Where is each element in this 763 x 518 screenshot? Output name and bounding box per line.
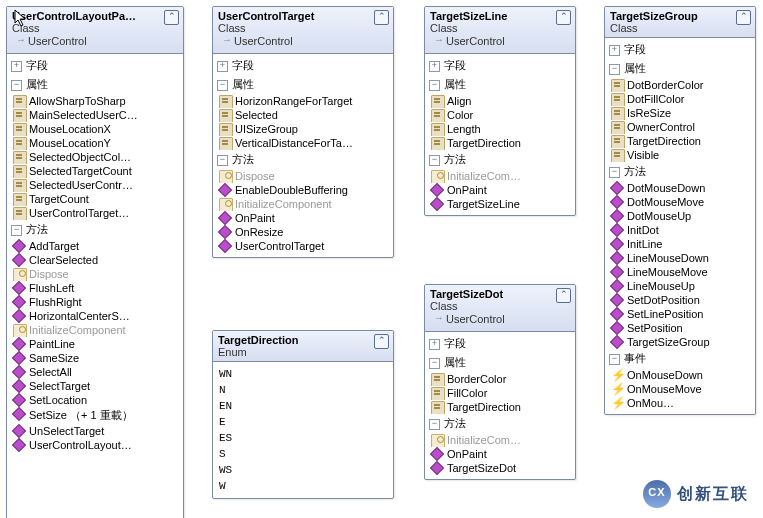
box-header[interactable]: UserControlTarget Class UserControl ⌃ xyxy=(213,7,393,54)
list-item[interactable]: MainSelectedUserC… xyxy=(7,108,183,122)
list-item[interactable]: Color xyxy=(425,108,575,122)
list-item[interactable]: FillColor xyxy=(425,386,575,400)
list-item[interactable]: OnMouseMove xyxy=(605,382,755,396)
list-item[interactable]: EnableDoubleBuffering xyxy=(213,183,393,197)
list-item[interactable]: SelectedTargetCount xyxy=(7,164,183,178)
collapse-icon[interactable]: ⌃ xyxy=(736,10,751,25)
list-item[interactable]: InitLine xyxy=(605,237,755,251)
list-item[interactable]: SetLinePosition xyxy=(605,307,755,321)
list-item[interactable]: BorderColor xyxy=(425,372,575,386)
section-methods[interactable]: −方法 xyxy=(425,414,575,433)
list-item[interactable]: InitializeCom… xyxy=(425,169,575,183)
section-properties[interactable]: −属性 xyxy=(425,75,575,94)
list-item[interactable]: Selected xyxy=(213,108,393,122)
list-item[interactable]: OnPaint xyxy=(425,447,575,461)
collapse-icon[interactable]: ⌃ xyxy=(556,288,571,303)
list-item[interactable]: DotFillColor xyxy=(605,92,755,106)
class-box-layoutpanel[interactable]: UserControlLayoutPa… Class UserControl ⌃… xyxy=(6,6,184,518)
list-item[interactable]: TargetSizeDot xyxy=(425,461,575,475)
list-item[interactable]: UserControlTarget xyxy=(213,239,393,253)
list-item[interactable]: FlushLeft xyxy=(7,281,183,295)
list-item[interactable]: DotMouseUp xyxy=(605,209,755,223)
box-header[interactable]: TargetSizeGroup Class ⌃ xyxy=(605,7,755,38)
list-item[interactable]: OnPaint xyxy=(213,211,393,225)
enum-box-direction[interactable]: TargetDirection Enum ⌃ WN N EN E ES S WS… xyxy=(212,330,394,499)
list-item[interactable]: AllowSharpToSharp xyxy=(7,94,183,108)
list-item[interactable]: VerticalDistanceForTa… xyxy=(213,136,393,150)
list-item[interactable]: InitializeComponent xyxy=(7,323,183,337)
list-item[interactable]: UnSelectTarget xyxy=(7,424,183,438)
list-item[interactable]: TargetSizeGroup xyxy=(605,335,755,349)
list-item[interactable]: TargetDirection xyxy=(605,134,755,148)
list-item[interactable]: HorizonRangeForTarget xyxy=(213,94,393,108)
list-item[interactable]: LineMouseMove xyxy=(605,265,755,279)
list-item[interactable]: LineMouseUp xyxy=(605,279,755,293)
list-item[interactable]: DotMouseDown xyxy=(605,181,755,195)
section-properties[interactable]: −属性 xyxy=(213,75,393,94)
section-properties[interactable]: −属性 xyxy=(425,353,575,372)
list-item[interactable]: SelectAll xyxy=(7,365,183,379)
list-item[interactable]: OnResize xyxy=(213,225,393,239)
list-item[interactable]: ClearSelected xyxy=(7,253,183,267)
list-item[interactable]: MouseLocationY xyxy=(7,136,183,150)
class-box-sizeline[interactable]: TargetSizeLine Class UserControl ⌃ +字段 −… xyxy=(424,6,576,216)
list-item[interactable]: OwnerControl xyxy=(605,120,755,134)
list-item[interactable]: SetDotPosition xyxy=(605,293,755,307)
box-header[interactable]: TargetSizeDot Class UserControl ⌃ xyxy=(425,285,575,332)
list-item[interactable]: UISizeGroup xyxy=(213,122,393,136)
section-methods[interactable]: −方法 xyxy=(7,220,183,239)
class-box-sizedot[interactable]: TargetSizeDot Class UserControl ⌃ +字段 −属… xyxy=(424,284,576,480)
list-item[interactable]: TargetDirection xyxy=(425,136,575,150)
collapse-icon[interactable]: ⌃ xyxy=(164,10,179,25)
list-item[interactable]: TargetDirection xyxy=(425,400,575,414)
list-item[interactable]: Align xyxy=(425,94,575,108)
section-fields[interactable]: +字段 xyxy=(605,40,755,59)
list-item[interactable]: PaintLine xyxy=(7,337,183,351)
list-item[interactable]: LineMouseDown xyxy=(605,251,755,265)
class-box-target[interactable]: UserControlTarget Class UserControl ⌃ +字… xyxy=(212,6,394,258)
list-item[interactable]: TargetSizeLine xyxy=(425,197,575,211)
list-item[interactable]: Length xyxy=(425,122,575,136)
section-events[interactable]: −事件 xyxy=(605,349,755,368)
list-item[interactable]: InitializeCom… xyxy=(425,433,575,447)
box-header[interactable]: TargetSizeLine Class UserControl ⌃ xyxy=(425,7,575,54)
list-item[interactable]: SameSize xyxy=(7,351,183,365)
section-fields[interactable]: +字段 xyxy=(425,56,575,75)
collapse-icon[interactable]: ⌃ xyxy=(374,334,389,349)
list-item[interactable]: AddTarget xyxy=(7,239,183,253)
list-item[interactable]: FlushRight xyxy=(7,295,183,309)
section-properties[interactable]: −属性 xyxy=(605,59,755,78)
list-item[interactable]: DotBorderColor xyxy=(605,78,755,92)
list-item[interactable]: SelectedObjectCol… xyxy=(7,150,183,164)
list-item[interactable]: SelectTarget xyxy=(7,379,183,393)
section-fields[interactable]: +字段 xyxy=(213,56,393,75)
list-item[interactable]: SetSize （+ 1 重載） xyxy=(7,407,183,424)
list-item[interactable]: MouseLocationX xyxy=(7,122,183,136)
list-item[interactable]: TargetCount xyxy=(7,192,183,206)
collapse-icon[interactable]: ⌃ xyxy=(374,10,389,25)
class-box-sizegroup[interactable]: TargetSizeGroup Class ⌃ +字段 −属性 DotBorde… xyxy=(604,6,756,415)
box-header[interactable]: TargetDirection Enum ⌃ xyxy=(213,331,393,362)
list-item[interactable]: Dispose xyxy=(7,267,183,281)
list-item[interactable]: SelectedUserContr… xyxy=(7,178,183,192)
list-item[interactable]: OnMou… xyxy=(605,396,755,410)
list-item[interactable]: SetLocation xyxy=(7,393,183,407)
section-methods[interactable]: −方法 xyxy=(425,150,575,169)
list-item[interactable]: DotMouseMove xyxy=(605,195,755,209)
list-item[interactable]: IsReSize xyxy=(605,106,755,120)
list-item[interactable]: Visible xyxy=(605,148,755,162)
list-item[interactable]: Dispose xyxy=(213,169,393,183)
list-item[interactable]: UserControlLayout… xyxy=(7,438,183,452)
list-item[interactable]: InitDot xyxy=(605,223,755,237)
list-item[interactable]: OnPaint xyxy=(425,183,575,197)
list-item[interactable]: OnMouseDown xyxy=(605,368,755,382)
list-item[interactable]: HorizontalCenterS… xyxy=(7,309,183,323)
section-fields[interactable]: +字段 xyxy=(7,56,183,75)
list-item[interactable]: UserControlTarget… xyxy=(7,206,183,220)
list-item[interactable]: InitializeComponent xyxy=(213,197,393,211)
section-properties[interactable]: −属性 xyxy=(7,75,183,94)
collapse-icon[interactable]: ⌃ xyxy=(556,10,571,25)
box-header[interactable]: UserControlLayoutPa… Class UserControl ⌃ xyxy=(7,7,183,54)
list-item[interactable]: SetPosition xyxy=(605,321,755,335)
section-methods[interactable]: −方法 xyxy=(213,150,393,169)
